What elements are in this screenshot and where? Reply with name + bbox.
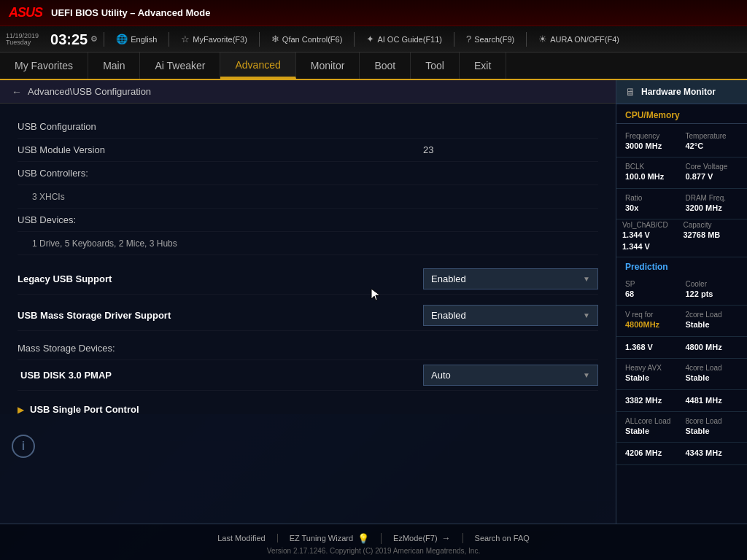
vreq-cell: V req for 4800MHz [622, 308, 681, 332]
usb-disk-label: USB DISK 3.0 PMAP [18, 370, 423, 381]
usb-disk-dropdown[interactable]: Auto ▼ [423, 365, 598, 386]
header-bar: ASUS UEFI BIOS Utility – Advanced Mode [0, 0, 747, 26]
aura-icon: ☀ [538, 34, 547, 44]
last-modified-label: Last Modified [217, 534, 265, 542]
2core-cell: 2core Load Stable [683, 308, 742, 332]
usb-disk-value: Auto [431, 370, 451, 381]
cpu-freq-row: Frequency 3000 MHz Temperature 42°C [616, 127, 747, 158]
ez-mode-label: EzMode(F7) [393, 534, 438, 542]
4core-val-cell: 4481 MHz [683, 393, 742, 408]
usb-mass-storage-row: USB Mass Storage Driver Support Enabled … [18, 300, 598, 331]
aura-button[interactable]: ☀ AURA ON/OFF(F4) [533, 32, 625, 46]
usb-module-version-value: 23 [423, 144, 598, 155]
last-modified-button[interactable]: Last Modified [206, 534, 277, 542]
my-favorite-label: MyFavorite(F3) [193, 35, 247, 44]
oc-icon: ✦ [366, 34, 374, 44]
subsection-expand-icon: ▶ [18, 405, 24, 415]
heavy-avx-cell: Heavy AVX Stable [622, 362, 681, 386]
separator-2 [169, 32, 169, 47]
mass-storage-header-label: Mass Storage Devices: [18, 343, 598, 354]
back-arrow-icon[interactable]: ← [12, 86, 22, 98]
tab-tool[interactable]: Tool [411, 52, 460, 79]
tab-advanced[interactable]: Advanced [220, 52, 295, 79]
datetime-display: 11/19/2019 Tuesday [6, 33, 39, 46]
8core-val-cell: 4343 MHz [683, 446, 742, 461]
cpu-memory-title: CPU/Memory [616, 104, 747, 124]
mass-storage-header-row: Mass Storage Devices: [18, 337, 598, 360]
tab-monitor[interactable]: Monitor [296, 52, 360, 79]
search-icon: ? [466, 34, 471, 44]
bios-title: UEFI BIOS Utility – Advanced Mode [51, 7, 738, 18]
footer: Last Modified EZ Tuning Wizard 💡 EzMode(… [0, 524, 747, 560]
separator-6 [526, 32, 527, 47]
core-voltage-cell: Core Voltage 0.877 V [683, 160, 742, 184]
time-container: 03:25 ⚙ [50, 32, 98, 47]
content-area: ← Advanced\USB Configuration USB Configu… [0, 80, 616, 524]
usb-devices-row: USB Devices: [18, 209, 598, 232]
capacity-cell: Capacity 32768 MB [684, 221, 742, 252]
heavy-avx-val-row: 3382 MHz 4481 MHz [616, 390, 747, 412]
hardware-monitor-panel: 🖥 Hardware Monitor CPU/Memory Frequency … [616, 80, 747, 524]
ai-oc-label: AI OC Guide(F11) [377, 35, 442, 44]
2core-val-cell: 4800 MHz [683, 340, 742, 355]
day-display: Tuesday [6, 39, 39, 46]
ai-oc-button[interactable]: ✦ AI OC Guide(F11) [360, 32, 448, 46]
breadcrumb-text: Advanced\USB Configuration [28, 86, 151, 97]
usb-devices-value-row: 1 Drive, 5 Keyboards, 2 Mice, 3 Hubs [18, 232, 598, 255]
search-faq-button[interactable]: Search on FAQ [463, 534, 541, 542]
tab-boot[interactable]: Boot [360, 52, 411, 79]
legacy-usb-dropdown[interactable]: Enabled ▼ [423, 268, 598, 289]
legacy-usb-value: Enabled [431, 273, 466, 284]
qfan-button[interactable]: ❄ Qfan Control(F6) [266, 32, 349, 46]
footer-top: Last Modified EZ Tuning Wizard 💡 EzMode(… [0, 530, 747, 547]
vreq-2core-val-row: 1.368 V 4800 MHz [616, 337, 747, 359]
vreq-val-cell: 1.368 V [622, 340, 681, 355]
separator-5 [454, 32, 454, 47]
usb-mass-storage-dropdown[interactable]: Enabled ▼ [423, 305, 598, 326]
heavy-avx-val-cell: 3382 MHz [622, 393, 681, 408]
usb-single-port-section[interactable]: ▶ USB Single Port Control [18, 397, 598, 422]
time-display: 03:25 [50, 32, 88, 47]
toolbar: 11/19/2019 Tuesday 03:25 ⚙ 🌐 English ☆ M… [0, 26, 747, 52]
bios-content: USB Configuration USB Module Version 23 … [0, 104, 616, 524]
info-icon[interactable]: i [12, 435, 35, 458]
ez-tuning-label: EZ Tuning Wizard [290, 534, 353, 542]
language-selector[interactable]: 🌐 English [110, 32, 163, 46]
cooler-cell: Cooler 122 pts [683, 278, 742, 302]
nav-bar: My Favorites Main Ai Tweaker Advanced Mo… [0, 52, 747, 80]
arrow-icon: → [442, 533, 451, 543]
usb-mass-storage-value: Enabled [431, 310, 466, 321]
search-label: Search(F9) [474, 35, 514, 44]
my-favorite-button[interactable]: ☆ MyFavorite(F3) [175, 32, 253, 46]
bclk-voltage-row: BCLK 100.0 MHz Core Voltage 0.877 V [616, 158, 747, 188]
heavy-avx-row: Heavy AVX Stable 4core Load Stable [616, 359, 747, 389]
usb-controllers-label: USB Controllers: [18, 168, 598, 179]
monitor-icon: 🖥 [625, 86, 635, 98]
star-icon: ☆ [181, 34, 190, 44]
temperature-cell: Temperature 42°C [683, 130, 742, 154]
separator-3 [259, 32, 260, 47]
fan-icon: ❄ [271, 34, 279, 44]
ratio-cell: Ratio 30x [622, 192, 681, 216]
usb-devices-label: USB Devices: [18, 214, 598, 225]
panel-title: Hardware Monitor [641, 87, 716, 97]
main-container: ← Advanced\USB Configuration USB Configu… [0, 80, 747, 524]
search-button[interactable]: ? Search(F9) [460, 32, 520, 46]
tab-exit[interactable]: Exit [460, 52, 506, 79]
section-title-label: USB Configuration [18, 121, 598, 132]
usb-module-version-row: USB Module Version 23 [18, 139, 598, 162]
ez-tuning-button[interactable]: EZ Tuning Wizard 💡 [278, 533, 382, 544]
tab-my-favorites[interactable]: My Favorites [0, 52, 88, 79]
time-gear-icon[interactable]: ⚙ [90, 34, 98, 44]
aura-label: AURA ON/OFF(F4) [550, 35, 619, 44]
bclk-cell: BCLK 100.0 MHz [622, 160, 681, 184]
tab-ai-tweaker[interactable]: Ai Tweaker [140, 52, 220, 79]
dropdown-arrow-1: ▼ [583, 275, 590, 283]
tab-main[interactable]: Main [88, 52, 140, 79]
asus-logo: ASUS [9, 5, 42, 20]
xhci-row: 3 XHCIs [18, 185, 598, 209]
allcore-val-cell: 4206 MHz [622, 446, 681, 461]
frequency-cell: Frequency 3000 MHz [622, 130, 681, 154]
ez-mode-button[interactable]: EzMode(F7) → [382, 533, 463, 543]
usb-disk-row: USB DISK 3.0 PMAP Auto ▼ [18, 360, 598, 391]
